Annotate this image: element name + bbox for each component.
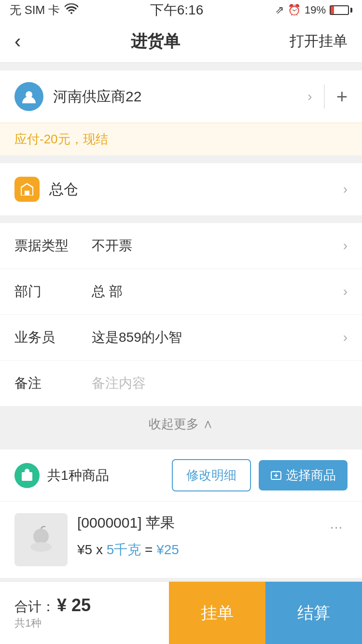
- product-thumbnail: [14, 513, 68, 566]
- pend-button[interactable]: 挂单: [169, 582, 265, 644]
- ticket-type-value: 不开票: [77, 237, 343, 255]
- product-header: 共1种商品 修改明细 选择商品: [0, 449, 362, 502]
- remark-label: 备注: [14, 374, 77, 392]
- department-chevron-icon: ›: [343, 284, 348, 299]
- remark-row[interactable]: 备注 备注内容: [0, 361, 362, 406]
- modify-detail-button[interactable]: 修改明细: [172, 459, 251, 491]
- supplier-avatar: [14, 82, 43, 111]
- select-product-button[interactable]: 选择商品: [259, 460, 348, 490]
- supplier-chevron-icon: ›: [307, 89, 312, 104]
- warehouse-icon: [14, 177, 40, 202]
- select-product-label: 选择商品: [286, 467, 336, 484]
- notice-bar: 应付-20元，现结: [0, 123, 362, 155]
- battery-text: 19%: [305, 4, 326, 16]
- ticket-type-chevron-icon: ›: [343, 238, 348, 253]
- salesman-row[interactable]: 业务员 这是859的小智 ›: [0, 315, 362, 361]
- status-left: 无 SIM 卡: [10, 2, 78, 18]
- warehouse-section: 总仓 ›: [0, 163, 362, 215]
- product-more-button[interactable]: ···: [325, 513, 348, 541]
- add-supplier-button[interactable]: +: [336, 87, 348, 106]
- status-bar: 无 SIM 卡 下午6:16 ⇗ ⏰ 19%: [0, 0, 362, 20]
- department-value: 总 部: [77, 282, 343, 301]
- divider-3: [0, 215, 362, 223]
- product-count: 共1种商品: [47, 466, 172, 485]
- supplier-section: 河南供应商22 › + 应付-20元，现结: [0, 70, 362, 155]
- ticket-type-label: 票据类型: [14, 237, 77, 255]
- svg-point-7: [30, 542, 52, 552]
- product-subtotal: ¥25: [156, 542, 179, 557]
- product-price: ¥5 x 5千克 = ¥25: [77, 541, 315, 559]
- warehouse-row[interactable]: 总仓 ›: [0, 163, 362, 215]
- back-button[interactable]: ‹: [14, 30, 21, 52]
- divider-2: [0, 155, 362, 163]
- status-time: 下午6:16: [150, 1, 204, 19]
- form-section: 票据类型 不开票 › 部门 总 部 › 业务员 这是859的小智 › 备注 备注…: [0, 223, 362, 406]
- bottom-bar: 合计： ¥ 25 共1种 挂单 结算: [0, 581, 362, 644]
- salesman-label: 业务员: [14, 328, 77, 347]
- product-info: [0000001] 苹果 ¥5 x 5千克 = ¥25: [77, 513, 315, 559]
- supplier-name: 河南供应商22: [53, 87, 307, 107]
- product-icon: [14, 463, 40, 488]
- salesman-chevron-icon: ›: [343, 330, 348, 345]
- alarm-icon: ⏰: [288, 4, 301, 16]
- department-label: 部门: [14, 282, 77, 301]
- remark-placeholder[interactable]: 备注内容: [77, 374, 348, 392]
- department-row[interactable]: 部门 总 部 ›: [0, 269, 362, 315]
- divider-top: [0, 63, 362, 70]
- supplier-divider: [324, 84, 325, 109]
- salesman-value: 这是859的小智: [77, 328, 343, 347]
- status-right: ⇗ ⏰ 19%: [275, 4, 352, 16]
- carrier-text: 无 SIM 卡: [10, 2, 60, 18]
- ticket-type-row[interactable]: 票据类型 不开票 ›: [0, 223, 362, 269]
- product-item: [0000001] 苹果 ¥5 x 5千克 = ¥25 ···: [0, 502, 362, 578]
- page-title: 进货单: [131, 30, 180, 53]
- location-icon: ⇗: [275, 4, 284, 16]
- total-section: 合计： ¥ 25 共1种: [0, 582, 169, 644]
- total-amount: ¥ 25: [57, 595, 91, 616]
- warehouse-chevron-icon: ›: [343, 182, 348, 197]
- unit-price: ¥5: [77, 542, 92, 557]
- open-pending-button[interactable]: 打开挂单: [290, 31, 348, 51]
- checkout-button[interactable]: 结算: [265, 582, 362, 644]
- product-qty: 5千克: [107, 542, 141, 557]
- total-count: 共1种: [14, 616, 154, 630]
- svg-point-6: [33, 529, 49, 544]
- collapse-bar[interactable]: 收起更多 ∧: [0, 406, 362, 442]
- divider-4: [0, 442, 362, 449]
- product-name: [0000001] 苹果: [77, 513, 315, 533]
- wifi-icon: [65, 3, 78, 17]
- battery-indicator: [330, 5, 352, 15]
- nav-bar: ‹ 进货单 打开挂单: [0, 20, 362, 63]
- supplier-row[interactable]: 河南供应商22 › +: [0, 70, 362, 123]
- svg-rect-1: [25, 191, 29, 196]
- warehouse-name: 总仓: [49, 180, 343, 199]
- total-label: 合计：: [14, 598, 55, 616]
